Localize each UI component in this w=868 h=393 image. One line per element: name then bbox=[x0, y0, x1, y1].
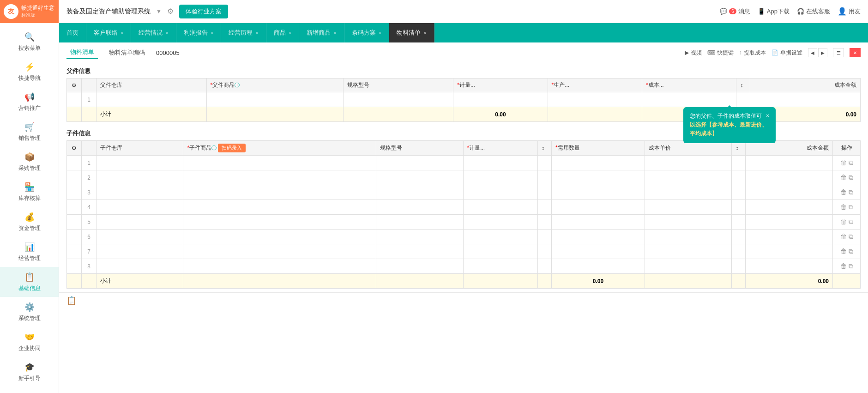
child-row2-product[interactable] bbox=[183, 170, 376, 185]
child-row8-unit-cost[interactable] bbox=[645, 259, 732, 274]
child-row6-unit[interactable] bbox=[463, 230, 537, 244]
child-row4-unit-cost[interactable] bbox=[645, 200, 732, 215]
child-row3-product[interactable] bbox=[183, 185, 376, 200]
child-row5-spec[interactable] bbox=[376, 215, 463, 230]
nav-tab-8[interactable]: 物料清单× bbox=[389, 23, 434, 42]
child-row3-spec[interactable] bbox=[376, 185, 463, 200]
nav-tab-5[interactable]: 商品× bbox=[266, 23, 299, 42]
child-row7-warehouse[interactable] bbox=[96, 244, 183, 259]
child-row5-unit-cost[interactable] bbox=[645, 215, 732, 230]
nav-tab-close-3[interactable]: × bbox=[211, 30, 213, 36]
extract-cost-item[interactable]: ↑ 提取成本 bbox=[739, 49, 766, 57]
sidebar-item-2[interactable]: 📢营销推广 bbox=[0, 87, 59, 117]
nav-tab-close-2[interactable]: × bbox=[165, 30, 168, 36]
child-row8-spec[interactable] bbox=[376, 259, 463, 274]
dropdown-arrow-icon[interactable]: ▼ bbox=[156, 8, 162, 15]
child-row4-copy-icon[interactable]: ⧉ bbox=[849, 203, 853, 211]
child-row1-warehouse[interactable] bbox=[96, 156, 183, 170]
message-item[interactable]: 💬 6 消息 bbox=[720, 7, 750, 16]
child-row4-delete-icon[interactable]: 🗑 bbox=[840, 203, 847, 211]
child-row8-copy-icon[interactable]: ⧉ bbox=[849, 262, 853, 270]
sidebar-item-9[interactable]: ⚙️系统管理 bbox=[0, 297, 59, 327]
parent-row1-product[interactable] bbox=[206, 92, 343, 107]
service-item[interactable]: 🎧 在线客服 bbox=[797, 7, 830, 16]
sidebar-item-4[interactable]: 📦采购管理 bbox=[0, 147, 59, 177]
child-row8-qty[interactable] bbox=[552, 259, 645, 274]
sidebar-item-6[interactable]: 💰资金管理 bbox=[0, 207, 59, 237]
child-row7-qty[interactable] bbox=[552, 244, 645, 259]
child-row4-spec[interactable] bbox=[376, 200, 463, 215]
nav-tab-4[interactable]: 经营历程× bbox=[221, 23, 266, 42]
child-row2-copy-icon[interactable]: ⧉ bbox=[849, 174, 853, 181]
nav-tab-close-8[interactable]: × bbox=[423, 30, 426, 36]
child-row4-unit[interactable] bbox=[463, 200, 537, 215]
nav-tab-1[interactable]: 客户联络× bbox=[86, 23, 131, 42]
nav-tab-close-5[interactable]: × bbox=[289, 30, 291, 36]
child-row2-qty[interactable] bbox=[552, 170, 645, 185]
nav-tab-0[interactable]: 首页 bbox=[59, 23, 86, 42]
child-row5-delete-icon[interactable]: 🗑 bbox=[840, 218, 847, 226]
sub-nav-bom[interactable]: 物料清单 bbox=[66, 46, 98, 59]
child-row6-warehouse[interactable] bbox=[96, 230, 183, 244]
child-row5-unit[interactable] bbox=[463, 215, 537, 230]
parent-row1-spec[interactable] bbox=[343, 92, 453, 107]
child-row6-qty[interactable] bbox=[552, 230, 645, 244]
child-row7-unit[interactable] bbox=[463, 244, 537, 259]
sidebar-item-3[interactable]: 🛒销售管理 bbox=[0, 117, 59, 147]
nav-tab-close-6[interactable]: × bbox=[333, 30, 336, 36]
child-row2-unit-cost[interactable] bbox=[645, 170, 732, 185]
child-row6-unit-cost[interactable] bbox=[645, 230, 732, 244]
child-row3-unit-cost[interactable] bbox=[645, 185, 732, 200]
parent-row1-unit[interactable] bbox=[453, 92, 548, 107]
child-row1-qty[interactable] bbox=[552, 156, 645, 170]
gear-icon[interactable]: ⚙ bbox=[72, 82, 77, 89]
child-row8-product[interactable] bbox=[183, 259, 376, 274]
sidebar-item-0[interactable]: 🔍搜索菜单 bbox=[0, 27, 59, 57]
user-item[interactable]: 👤 用友 bbox=[838, 7, 861, 16]
parent-row1-cost[interactable] bbox=[642, 92, 736, 107]
child-row5-copy-icon[interactable]: ⧉ bbox=[849, 218, 853, 226]
child-row6-product[interactable] bbox=[183, 230, 376, 244]
child-row2-delete-icon[interactable]: 🗑 bbox=[840, 174, 847, 181]
child-row7-copy-icon[interactable]: ⧉ bbox=[849, 248, 853, 255]
child-row8-warehouse[interactable] bbox=[96, 259, 183, 274]
nav-tab-close-1[interactable]: × bbox=[121, 30, 123, 36]
child-row1-delete-icon[interactable]: 🗑 bbox=[840, 159, 847, 167]
child-row1-spec[interactable] bbox=[376, 156, 463, 170]
child-row2-unit[interactable] bbox=[463, 170, 537, 185]
child-row7-delete-icon[interactable]: 🗑 bbox=[840, 248, 847, 255]
close-page-icon[interactable]: ✕ bbox=[850, 48, 861, 57]
child-row5-qty[interactable] bbox=[552, 215, 645, 230]
child-row6-delete-icon[interactable]: 🗑 bbox=[840, 233, 847, 241]
child-row1-copy-icon[interactable]: ⧉ bbox=[849, 159, 853, 167]
parent-row1-warehouse[interactable] bbox=[96, 92, 207, 107]
child-row3-copy-icon[interactable]: ⧉ bbox=[849, 188, 853, 196]
trial-button[interactable]: 体验行业方案 bbox=[179, 5, 228, 18]
child-row3-qty[interactable] bbox=[552, 185, 645, 200]
child-row1-product[interactable] bbox=[183, 156, 376, 170]
shortcut-item[interactable]: ⌨ 快捷键 bbox=[707, 49, 734, 57]
scan-btn[interactable]: 扫码录入 bbox=[218, 144, 246, 152]
next-arrow[interactable]: ▶ bbox=[818, 48, 827, 57]
sidebar-item-7[interactable]: 📊经营管理 bbox=[0, 237, 59, 267]
settings-icon[interactable]: ⚙ bbox=[167, 7, 174, 16]
child-row4-qty[interactable] bbox=[552, 200, 645, 215]
child-row6-copy-icon[interactable]: ⧉ bbox=[849, 233, 853, 241]
child-row4-warehouse[interactable] bbox=[96, 200, 183, 215]
child-row8-unit[interactable] bbox=[463, 259, 537, 274]
prev-arrow[interactable]: ◀ bbox=[808, 48, 817, 57]
child-row7-unit-cost[interactable] bbox=[645, 244, 732, 259]
sidebar-item-8[interactable]: 📋基础信息 bbox=[0, 267, 59, 297]
child-gear-icon[interactable]: ⚙ bbox=[72, 145, 77, 151]
child-row3-warehouse[interactable] bbox=[96, 185, 183, 200]
child-row7-spec[interactable] bbox=[376, 244, 463, 259]
child-row5-product[interactable] bbox=[183, 215, 376, 230]
child-row3-delete-icon[interactable]: 🗑 bbox=[840, 188, 847, 196]
app-download-item[interactable]: 📱 App下载 bbox=[758, 7, 790, 16]
nav-tab-close-4[interactable]: × bbox=[255, 30, 258, 36]
sidebar-item-5[interactable]: 🏪库存核算 bbox=[0, 177, 59, 207]
child-row6-spec[interactable] bbox=[376, 230, 463, 244]
child-row3-unit[interactable] bbox=[463, 185, 537, 200]
nav-tab-7[interactable]: 条码方案× bbox=[344, 23, 389, 42]
nav-tab-2[interactable]: 经营情况× bbox=[131, 23, 176, 42]
